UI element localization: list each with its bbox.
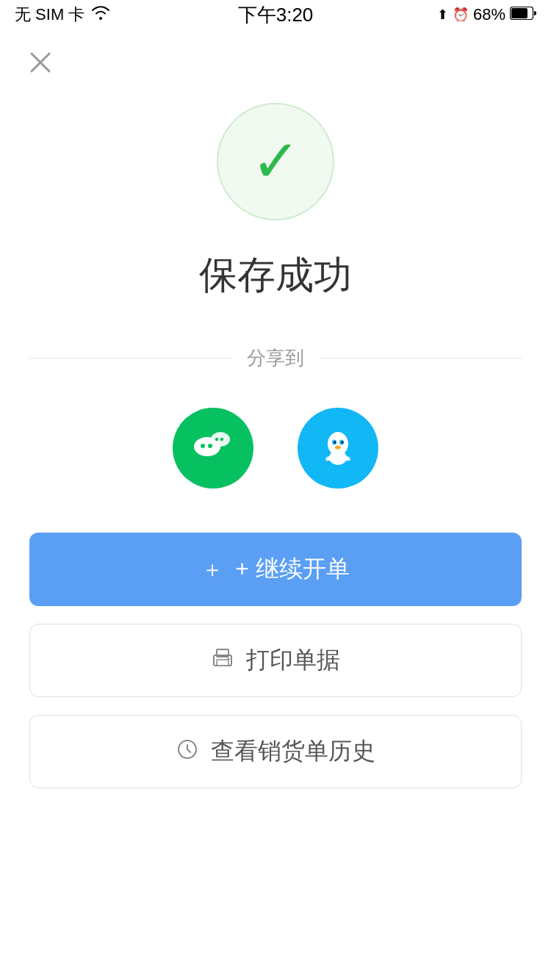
- svg-point-15: [335, 446, 341, 450]
- svg-point-9: [220, 438, 223, 441]
- svg-point-5: [201, 444, 205, 448]
- share-divider: 分享到: [29, 345, 522, 371]
- history-button[interactable]: 查看销货单历史: [29, 715, 522, 788]
- plus-icon: ＋: [201, 555, 223, 585]
- close-icon: [29, 51, 52, 74]
- svg-point-14: [342, 442, 344, 444]
- status-right: ⬆ ⏰ 68%: [437, 5, 536, 24]
- svg-point-6: [208, 444, 212, 448]
- wifi-icon: [90, 4, 111, 25]
- main-content: ✓ 保存成功 分享到: [0, 29, 551, 980]
- success-title: 保存成功: [199, 250, 352, 301]
- svg-point-22: [228, 657, 230, 660]
- success-section: ✓ 保存成功 分享到: [0, 29, 551, 788]
- checkmark-icon: ✓: [251, 132, 300, 191]
- share-section: 分享到: [0, 345, 551, 489]
- continue-order-button[interactable]: ＋ + 继续开单: [29, 533, 522, 606]
- history-label: 查看销货单历史: [211, 735, 375, 768]
- battery-label: 68%: [473, 5, 505, 24]
- share-wechat-button[interactable]: [173, 408, 253, 489]
- continue-label: + 继续开单: [235, 553, 350, 586]
- wechat-icon: [190, 425, 237, 472]
- print-icon: [211, 646, 234, 675]
- status-left: 无 SIM 卡: [15, 4, 111, 26]
- battery-icon: [510, 5, 536, 24]
- close-button[interactable]: [22, 44, 59, 81]
- share-icons: [29, 408, 522, 489]
- action-buttons: ＋ + 继续开单 打印单据: [0, 533, 551, 788]
- status-bar: 无 SIM 卡 下午3:20 ⬆ ⏰ 68%: [0, 0, 551, 29]
- checkmark-circle: ✓: [217, 103, 334, 220]
- svg-point-8: [215, 438, 218, 441]
- sim-label: 无 SIM 卡: [15, 4, 84, 26]
- print-button[interactable]: 打印单据: [29, 624, 522, 697]
- history-icon: [176, 738, 199, 766]
- svg-point-13: [334, 442, 336, 444]
- alarm-icon: ⏰: [453, 7, 469, 23]
- status-time: 下午3:20: [238, 2, 314, 28]
- location-icon: ⬆: [437, 7, 448, 23]
- share-label: 分享到: [247, 345, 304, 371]
- svg-rect-21: [217, 660, 228, 666]
- share-qq-button[interactable]: [298, 408, 378, 489]
- svg-rect-1: [511, 8, 527, 18]
- print-label: 打印单据: [246, 644, 340, 677]
- qq-icon: [314, 425, 361, 472]
